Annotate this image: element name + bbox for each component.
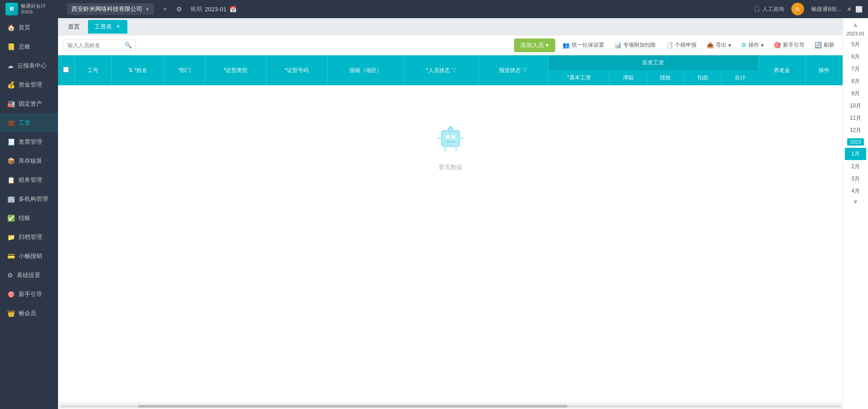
export-icon: 📤 (707, 42, 714, 49)
current-period-label: 2023.01 (843, 29, 868, 39)
guide-icon: 🎯 (7, 291, 15, 298)
individual-tax-button[interactable]: 📑 个税申报 (663, 39, 699, 51)
sidebar-item-settings[interactable]: ⚙基础设置 (0, 266, 58, 285)
content-area: 首页 工资表 ✕ 🔍 添加人员 ▾ 👥 统一社保设置 (58, 18, 843, 409)
help-button[interactable]: 🎧 人工咨询 (754, 5, 784, 13)
sidebar-label-fund: 资金管理 (19, 81, 42, 89)
sidebar-item-payroll[interactable]: 💼工资 (0, 113, 58, 132)
sidebar-item-fund[interactable]: 💰资金管理 (0, 75, 58, 94)
table-container: 工号 ⇅ *姓名 *部门 *证型类型 *证型号码 国籍（地区） *人员状态 ▽ … (58, 55, 843, 403)
col-group-salary: 应发工资 (548, 55, 758, 70)
col-name: ⇅ *姓名 (112, 55, 164, 85)
sidebar-item-multi-org[interactable]: 🏢多机构管理 (0, 190, 58, 209)
sidebar-label-ledger: 总账 (19, 43, 30, 51)
export-button[interactable]: 📤 导出 ▾ (704, 39, 734, 51)
settings-icon[interactable]: ⚙ (174, 4, 185, 15)
search-icon[interactable]: 🔍 (125, 42, 132, 49)
tax-label: 个税申报 (675, 41, 697, 49)
nav-down-arrow[interactable]: ▼ (853, 197, 859, 206)
tax-icon: 📋 (7, 176, 15, 184)
month-11[interactable]: 11月 (843, 112, 868, 124)
sidebar-item-inventory[interactable]: 📦库存核算 (0, 151, 58, 170)
refresh-button[interactable]: 🔄 刷新 (812, 39, 837, 51)
svg-line-6 (438, 137, 441, 139)
fund-icon: 💰 (7, 81, 15, 88)
calendar-icon[interactable]: 📅 (229, 6, 237, 13)
sidebar-item-archive[interactable]: 📁归档管理 (0, 228, 58, 247)
sidebar-item-cloud-report[interactable]: ☁云报表中心 (0, 56, 58, 75)
month-6[interactable]: 6月 (843, 51, 868, 63)
svg-rect-1 (446, 135, 450, 139)
year-badge[interactable]: 2023 (847, 138, 863, 146)
report-filter-icon[interactable]: ▽ (522, 67, 528, 73)
company-name: 西安虾米网络科技有限公司 (72, 5, 142, 13)
sidebar-item-invoice[interactable]: 🧾发票管理 (0, 132, 58, 151)
search-input[interactable] (68, 42, 125, 49)
expense-icon: 💳 (7, 253, 15, 260)
svg-rect-5 (450, 126, 451, 129)
sidebar-label-closing: 结账 (19, 214, 30, 222)
close-button[interactable]: ✕ (847, 6, 852, 13)
tab-home[interactable]: 首页 (62, 20, 86, 34)
svg-rect-2 (451, 135, 455, 139)
username[interactable]: 畅捷通B组... (811, 5, 841, 13)
sidebar-item-ledger[interactable]: 📒总账 (0, 37, 58, 56)
inventory-icon: 📦 (7, 157, 15, 165)
month-8[interactable]: 8月 (843, 75, 868, 88)
month-1-active[interactable]: 1月 (845, 148, 866, 160)
month-10[interactable]: 10月 (843, 100, 868, 112)
tax-icon: 📑 (666, 42, 673, 49)
chevron-down-icon: ▼ (145, 7, 150, 12)
sidebar-label-archive: 归档管理 (19, 233, 42, 241)
scrollbar-thumb[interactable] (138, 405, 567, 408)
guide-label: 新手引导 (783, 41, 805, 49)
sidebar-item-member[interactable]: 👑畅会员 (0, 304, 58, 323)
add-icon[interactable]: ＋ (160, 4, 170, 15)
search-input-wrap: 🔍 (63, 39, 136, 51)
tab-close-icon[interactable]: ✕ (115, 24, 121, 30)
sidebar-label-inventory: 库存核算 (19, 157, 42, 165)
select-all-checkbox[interactable] (63, 67, 69, 73)
user-avatar: 头 (791, 3, 804, 15)
sidebar-label-payroll: 工资 (19, 119, 30, 127)
maximize-button[interactable]: ⬜ (855, 6, 863, 13)
bottom-scrollbar[interactable] (58, 403, 843, 409)
sidebar-item-home[interactable]: 🏠首页 (0, 18, 58, 37)
month-7[interactable]: 7月 (843, 63, 868, 75)
month-5[interactable]: 5月 (843, 39, 868, 51)
tab-payroll-table[interactable]: 工资表 ✕ (88, 20, 127, 34)
sidebar-item-tax[interactable]: 📋税务管理 (0, 170, 58, 190)
top-header-actions: ＋ ⚙ (160, 4, 185, 15)
empty-state: 暂无数据 (58, 85, 843, 208)
sidebar-label-invoice: 发票管理 (19, 138, 42, 146)
empty-text: 暂无数据 (439, 163, 462, 171)
sidebar-label-settings: 基础设置 (17, 271, 40, 279)
add-person-button[interactable]: 添加人员 ▾ (514, 39, 555, 52)
right-month-panel: ▲ 2023.01 5月 6月 7月 8月 9月 10月 11月 12月 202… (843, 18, 868, 409)
status-filter-icon[interactable]: ▽ (451, 67, 457, 73)
month-9[interactable]: 9月 (843, 88, 868, 100)
scrollbar-track (60, 405, 841, 408)
month-12[interactable]: 12月 (843, 124, 868, 136)
month-2[interactable]: 2月 (843, 161, 868, 173)
operations-button[interactable]: ⚙ 操作 ▾ (738, 39, 766, 51)
special-deduction-button[interactable]: 📊 专项附加扣除 (611, 39, 659, 51)
nav-up-arrow[interactable]: ▲ (853, 20, 859, 29)
company-selector[interactable]: 西安虾米网络科技有限公司 ▼ (67, 3, 154, 15)
month-4[interactable]: 4月 (843, 185, 868, 197)
col-cert-no: *证型号码 (266, 55, 327, 85)
logo-sub: 旗舰版 (21, 9, 46, 15)
col-cert-type: *证型类型 (205, 55, 267, 85)
sidebar-item-guide[interactable]: 🎯新手引导 (0, 285, 58, 304)
sidebar-label-multi-org: 多机构管理 (19, 195, 48, 203)
settings-icon: ⚙ (7, 272, 13, 279)
deduction-icon: 📊 (614, 42, 621, 49)
sidebar-item-closing[interactable]: ✅结账 (0, 209, 58, 228)
month-3[interactable]: 3月 (843, 173, 868, 185)
sidebar-item-expense[interactable]: 💳小畅报销 (0, 247, 58, 266)
refresh-icon: 🔄 (815, 42, 822, 49)
social-insurance-button[interactable]: 👥 统一社保设置 (560, 39, 607, 51)
guide-button[interactable]: 🎯 新手引导 (771, 39, 807, 51)
refresh-label: 刷新 (824, 41, 834, 49)
sidebar-item-fixed-assets[interactable]: 🏭固定资产 (0, 94, 58, 113)
